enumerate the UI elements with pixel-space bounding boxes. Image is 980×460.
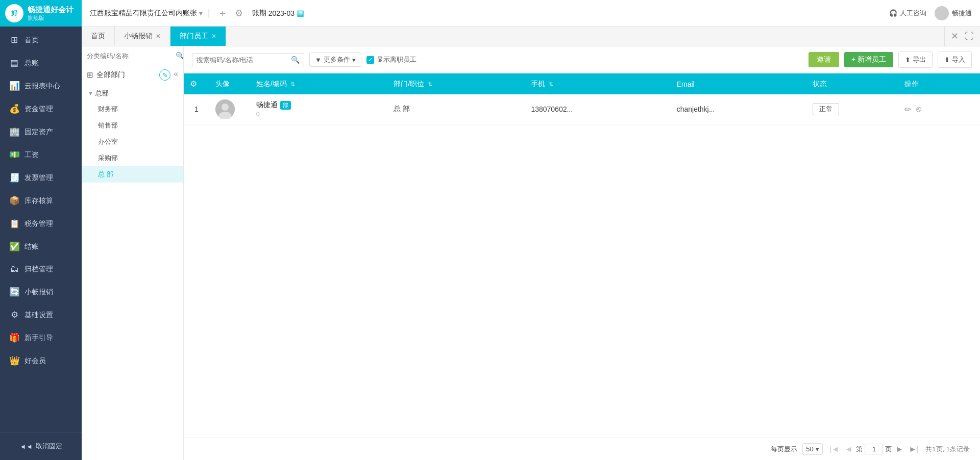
calendar-icon[interactable]: ▦: [297, 8, 304, 18]
sidebar-item-expense[interactable]: 🔄 小畅报销: [0, 280, 82, 303]
col-phone[interactable]: 手机 ⇅: [525, 73, 670, 94]
sidebar-item-label: 资金管理: [24, 105, 53, 114]
more-filter-button[interactable]: ▼ 更多条件 ▾: [309, 53, 361, 67]
toolbar-right: 邀请 + 新增员工 ⬆ 导出 ⬇ 导入: [808, 52, 972, 68]
sidebar-item-ledger[interactable]: ▤ 总账: [0, 52, 82, 74]
add-employee-button[interactable]: + 新增员工: [844, 52, 893, 67]
employee-avatar: [215, 99, 235, 119]
tab-department-close-icon[interactable]: ✕: [211, 33, 216, 40]
period-value: 2023-03: [268, 9, 295, 17]
sidebar-item-settings[interactable]: ⚙ 基础设置: [0, 303, 82, 326]
right-panel: 🔍 ▼ 更多条件 ▾ ✓ 显示离职员工 邀请 + 新增员工 ⬆ 导出: [184, 46, 980, 460]
sidebar-item-inventory[interactable]: 📦 库存核算: [0, 189, 82, 212]
dept-header: ⊞ 全部部门 ✎ «: [82, 64, 183, 84]
prev-page-button[interactable]: ◄: [843, 445, 854, 454]
invite-button[interactable]: 邀请: [808, 52, 839, 67]
tabs-bar: 首页 小畅报销 ✕ 部门员工 ✕ ✕ ⛶: [82, 27, 980, 46]
last-page-button[interactable]: ►|: [907, 445, 920, 454]
page-nav: |◄ ◄ 第 页 ► ►|: [828, 444, 921, 454]
table-gear-icon[interactable]: ⚙: [190, 80, 197, 88]
sidebar-item-label: 小畅报销: [24, 288, 53, 297]
topbar-right: 🎧 人工咨询 畅捷通: [889, 6, 972, 20]
edit-dept-button[interactable]: ✎: [159, 69, 170, 81]
main-area: 江西服宝精品有限责任公司内账张 ▾ | ＋ ⚙ 账期 2023-03 ▦ 🎧 人…: [82, 0, 980, 460]
dept-item-headquarters[interactable]: 总 部: [82, 166, 183, 183]
tab-expense-close-icon[interactable]: ✕: [156, 33, 161, 40]
account-settings-icon[interactable]: ⚙: [235, 8, 243, 19]
tab-expense[interactable]: 小畅报销 ✕: [115, 27, 170, 46]
period-selector[interactable]: 账期 2023-03 ▦: [252, 8, 304, 18]
dept-item-purchase[interactable]: 采购部: [82, 150, 183, 166]
col-status: 状态: [806, 73, 898, 94]
pin-sidebar-button[interactable]: ◄◄ 取消固定: [0, 438, 82, 455]
support-button[interactable]: 🎧 人工咨询: [889, 9, 926, 18]
edit-employee-icon[interactable]: ✏: [904, 105, 911, 114]
collapse-panel-button[interactable]: «: [174, 69, 178, 81]
page-label: 第: [856, 445, 863, 454]
sidebar-item-funds[interactable]: 💰 资金管理: [0, 97, 82, 120]
sidebar-item-close[interactable]: ✅ 结账: [0, 235, 82, 258]
employee-table: ⚙ 头像 姓名/编码 ⇅ 部门/职位 ⇅: [184, 73, 980, 124]
sidebar-item-invoice[interactable]: 🧾 发票管理: [0, 166, 82, 189]
sidebar-bottom: ◄◄ 取消固定: [0, 432, 82, 460]
row-avatar: [209, 94, 250, 124]
col-gear[interactable]: ⚙: [184, 73, 209, 94]
close-tab-icon[interactable]: ✕: [949, 30, 961, 43]
expand-tab-icon[interactable]: ⛶: [963, 30, 976, 43]
employee-search[interactable]: 🔍: [192, 53, 304, 66]
sidebar-item-tax[interactable]: 📋 税务管理: [0, 212, 82, 235]
tab-department[interactable]: 部门员工 ✕: [170, 27, 226, 46]
pagination-bar: 每页显示 50 ▾ |◄ ◄ 第 页 ► ►| 共1页, 1条记录: [184, 438, 980, 460]
sidebar-item-salary[interactable]: 💵 工资: [0, 143, 82, 166]
company-selector[interactable]: 江西服宝精品有限责任公司内账张 ▾: [90, 9, 203, 18]
sidebar-item-label: 云报表中心: [24, 82, 60, 91]
tab-home[interactable]: 首页: [82, 27, 115, 46]
logo-icon: 好: [5, 4, 23, 22]
first-page-button[interactable]: |◄: [828, 445, 841, 454]
filter-icon: ▼: [315, 56, 322, 64]
import-button[interactable]: ⬇ 导入: [938, 52, 972, 68]
period-label: 账期: [252, 9, 266, 18]
sidebar-nav: ⊞ 首页 ▤ 总账 📊 云报表中心 💰 资金管理 🏢 固定资产 💵 工资 🧾 发…: [0, 27, 82, 432]
dept-search-icon[interactable]: 🔍: [176, 52, 184, 60]
chevron-down-icon: ▾: [352, 56, 356, 64]
sidebar-item-assets[interactable]: 🏢 固定资产: [0, 120, 82, 143]
sidebar-item-label: 库存核算: [24, 196, 53, 206]
table-row: 1: [184, 94, 980, 124]
dept-item-finance[interactable]: 财务部: [82, 101, 183, 117]
sidebar-logo: 好 畅捷通好会计 旗舰版: [0, 0, 82, 27]
import-icon: ⬇: [944, 56, 950, 64]
dept-item-sales[interactable]: 销售部: [82, 117, 183, 134]
page-label-suffix: 页: [885, 445, 892, 454]
sidebar-item-guide[interactable]: 🎁 新手引导: [0, 326, 82, 349]
next-page-button[interactable]: ►: [894, 445, 905, 454]
sidebar-item-archive[interactable]: 🗂 归档管理: [0, 258, 82, 280]
sidebar-item-home[interactable]: ⊞ 首页: [0, 29, 82, 52]
sidebar-item-label: 好会员: [24, 356, 46, 366]
dept-search-input[interactable]: [87, 52, 173, 60]
row-index: 1: [184, 94, 209, 124]
sidebar-item-label: 发票管理: [24, 173, 53, 183]
export-button[interactable]: ⬆ 导出: [898, 52, 933, 68]
show-resigned-toggle[interactable]: ✓ 显示离职员工: [366, 55, 416, 64]
employee-search-input[interactable]: [197, 56, 288, 64]
row-dept: 总 部: [387, 94, 525, 124]
col-dept-pos[interactable]: 部门/职位 ⇅: [387, 73, 525, 94]
page-input[interactable]: [865, 444, 883, 454]
resigned-checkbox[interactable]: ✓: [366, 56, 374, 64]
dept-item-office[interactable]: 办公室: [82, 134, 183, 150]
page-size-selector[interactable]: 50 ▾: [802, 443, 822, 455]
col-name-code[interactable]: 姓名/编码 ⇅: [250, 73, 387, 94]
sidebar-item-reports[interactable]: 📊 云报表中心: [0, 74, 82, 97]
row-name-code: 畅捷通 部 0: [250, 94, 387, 124]
sidebar-item-member[interactable]: 👑 好会员: [0, 349, 82, 372]
user-menu[interactable]: 畅捷通: [935, 6, 972, 20]
col-avatar: 头像: [209, 73, 250, 94]
dept-search: 🔍: [82, 46, 183, 64]
inventory-icon: 📦: [9, 195, 19, 206]
employee-search-icon[interactable]: 🔍: [291, 56, 300, 64]
add-account-button[interactable]: ＋: [215, 6, 230, 20]
logout-employee-icon[interactable]: ⎋: [916, 105, 921, 114]
dept-group-root[interactable]: ▼ 总部: [82, 86, 183, 101]
topbar-divider: |: [208, 8, 210, 18]
